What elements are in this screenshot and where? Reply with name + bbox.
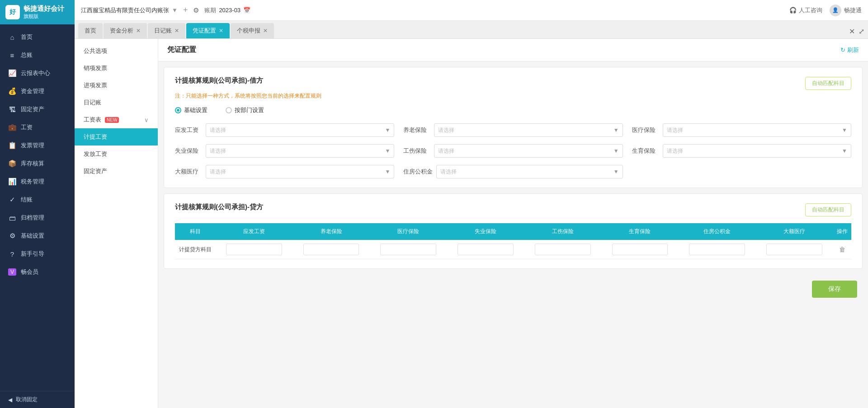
sidebar-item-home[interactable]: ⌂ 首页 [0, 28, 75, 46]
tabs-controls: ✕ ⤢ [849, 27, 864, 38]
guide-icon: ? [8, 250, 16, 258]
sidebar-item-settings[interactable]: ⚙ 基础设置 [0, 227, 75, 245]
save-bar: 保存 [158, 274, 868, 304]
cancel-fixed-button[interactable]: ◀ 取消固定 [0, 391, 75, 408]
input-zfgjj[interactable] [689, 244, 745, 255]
company-selector[interactable]: 江西服宝精品有限责任公司内账张 ▼ [81, 6, 178, 14]
col-subject: 科目 [175, 223, 215, 240]
delete-row-button[interactable]: 🗑 [839, 246, 845, 253]
select-daly[interactable]: 请选择 ▼ [206, 165, 394, 178]
headset-icon: 🎧 [789, 7, 797, 14]
close-tab-journal[interactable]: ✕ [175, 28, 179, 34]
refresh-button[interactable]: ↻ 刷新 [840, 46, 859, 54]
input-sybx2[interactable] [612, 244, 668, 255]
radio-basic[interactable]: 基础设置 [175, 106, 208, 114]
form-item-ylbx: 养老保险 请选择 ▼ [403, 123, 623, 137]
input-daly[interactable] [766, 244, 822, 255]
select-sybx2[interactable]: 请选择 ▼ [663, 144, 851, 158]
settings-button[interactable]: ⚙ [193, 6, 199, 14]
dropdown-icon: ▼ [385, 127, 390, 133]
tab-tax[interactable]: 个税申报 ✕ [231, 23, 274, 38]
calendar-icon[interactable]: 📅 [243, 7, 250, 14]
period-selector: 账期 2023-03 📅 [204, 6, 250, 14]
select-gsbx[interactable]: 请选择 ▼ [434, 144, 623, 158]
input-sybx[interactable] [458, 244, 514, 255]
select-sybx[interactable]: 请选择 ▼ [206, 144, 394, 158]
cell-daly [756, 240, 833, 259]
select-zfgjj[interactable]: 请选择 ▼ [436, 165, 623, 178]
cell-ylbx2 [370, 240, 447, 259]
form-item-zfgjj: 住房公积金 请选择 ▼ [403, 165, 623, 178]
sidebar-item-report[interactable]: 📈 云报表中心 [0, 64, 75, 82]
sidebar-item-salary[interactable]: 💼 工资 [0, 118, 75, 136]
left-menu-accrual[interactable]: 计提工资 [75, 128, 158, 145]
credit-card: 计提核算规则(公司承担)-贷方 自动匹配科目 科目 应发工资 养老保险 医疗保险… [164, 193, 863, 269]
sidebar-item-fund[interactable]: 💰 资金管理 [0, 82, 75, 100]
service-button[interactable]: 🎧 人工咨询 [789, 6, 822, 14]
sidebar-nav: ⌂ 首页 ≡ 总账 📈 云报表中心 💰 资金管理 🏗 固定资产 💼 工资 📋 发… [0, 24, 75, 391]
left-menu-journal[interactable]: 日记账 [75, 94, 158, 111]
assets-icon: 🏗 [8, 106, 16, 113]
topbar-right: 🎧 人工咨询 👤 畅捷通 [789, 5, 862, 16]
input-yfgz[interactable] [226, 244, 282, 255]
radio-dept[interactable]: 按部门设置 [226, 106, 264, 114]
new-badge: NEW [105, 117, 119, 123]
sidebar-item-tax[interactable]: 📊 税务管理 [0, 173, 75, 191]
app-logo: 好 畅捷通好会计 旗舰版 [0, 0, 75, 24]
close-all-tabs-button[interactable]: ✕ [849, 27, 855, 36]
input-gsbx[interactable] [535, 244, 591, 255]
form-item-gsbx: 工伤保险 请选择 ▼ [403, 144, 623, 158]
sidebar-item-archive[interactable]: 🗃 归档管理 [0, 209, 75, 227]
select-ylbx[interactable]: 请选择 ▼ [434, 123, 623, 137]
radio-basic-circle [175, 107, 181, 113]
close-tab-fund[interactable]: ✕ [136, 28, 141, 34]
pin-icon: ◀ [8, 397, 12, 403]
select-ylbx2[interactable]: 请选择 ▼ [663, 123, 851, 137]
page-header: 凭证配置 ↻ 刷新 [158, 39, 868, 61]
user-menu[interactable]: 👤 畅捷通 [830, 5, 862, 16]
credit-table: 科目 应发工资 养老保险 医疗保险 失业保险 工伤保险 生育保险 住房公积金 大… [175, 223, 851, 259]
left-menu-salary-table[interactable]: 工资表 NEW ∨ [75, 111, 158, 128]
debit-auto-match-button[interactable]: 自动匹配科目 [805, 77, 851, 90]
tab-journal[interactable]: 日记账 ✕ [148, 23, 185, 38]
left-menu-public[interactable]: 公共选项 [75, 42, 158, 60]
archive-icon: 🗃 [8, 214, 16, 222]
dropdown-icon: ▼ [613, 169, 619, 175]
input-ylbx2[interactable] [380, 244, 436, 255]
dropdown-icon: ▼ [613, 127, 619, 133]
close-tab-tax[interactable]: ✕ [263, 28, 268, 34]
home-icon: ⌂ [8, 33, 16, 41]
sidebar-item-inventory[interactable]: 📦 库存核算 [0, 155, 75, 173]
credit-title: 计提核算规则(公司承担)-贷方 [175, 203, 263, 211]
avatar: 👤 [830, 5, 841, 16]
add-company-button[interactable]: + [183, 5, 188, 15]
save-button[interactable]: 保存 [812, 281, 857, 298]
expand-tabs-button[interactable]: ⤢ [859, 27, 864, 36]
left-menu-purchase[interactable]: 进项发票 [75, 77, 158, 94]
col-yfgz: 应发工资 [215, 223, 292, 240]
col-zfgjj: 住房公积金 [679, 223, 756, 240]
left-menu-payment[interactable]: 发放工资 [75, 145, 158, 163]
form-item-ylbx2: 医疗保险 请选择 ▼ [632, 123, 851, 137]
input-ylbx[interactable] [303, 244, 359, 255]
col-sybx: 失业保险 [447, 223, 524, 240]
tab-fund[interactable]: 资金分析 ✕ [104, 23, 147, 38]
sidebar-item-assets[interactable]: 🏗 固定资产 [0, 100, 75, 118]
table-row: 计提贷方科目 🗑 [175, 240, 851, 259]
cell-ylbx [292, 240, 370, 259]
sidebar-item-invoice[interactable]: 📋 发票管理 [0, 136, 75, 155]
tab-voucher[interactable]: 凭证配置 ✕ [186, 23, 230, 38]
credit-auto-match-button[interactable]: 自动匹配科目 [805, 203, 851, 216]
sidebar-item-member[interactable]: V 畅会员 [0, 263, 75, 281]
left-menu-sales[interactable]: 销项发票 [75, 60, 158, 77]
select-yfgz[interactable]: 请选择 ▼ [206, 123, 394, 137]
close-tab-voucher[interactable]: ✕ [219, 28, 223, 34]
form-item-yfgz: 应发工资 请选择 ▼ [175, 123, 394, 137]
radio-group: 基础设置 按部门设置 [175, 106, 851, 114]
sidebar-item-checkout[interactable]: ✓ 结账 [0, 191, 75, 209]
tab-home[interactable]: 首页 [78, 23, 103, 38]
sidebar-item-guide[interactable]: ? 新手引导 [0, 245, 75, 263]
col-gsbx: 工伤保险 [524, 223, 601, 240]
left-menu-fixed-assets[interactable]: 固定资产 [75, 163, 158, 180]
sidebar-item-ledger[interactable]: ≡ 总账 [0, 46, 75, 64]
